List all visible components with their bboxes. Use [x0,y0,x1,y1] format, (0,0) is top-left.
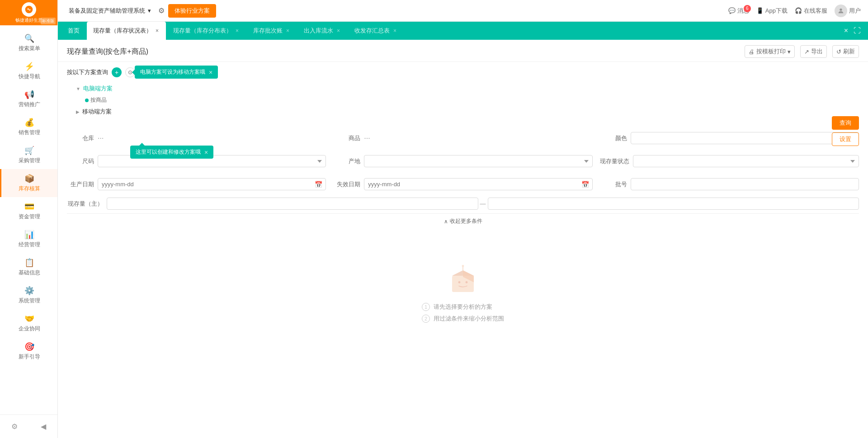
tab-fullscreen-btn[interactable]: ⛶ [852,25,863,37]
stock-status-label: 现存量状态 [600,157,629,165]
tab-home[interactable]: 首页 [61,22,86,40]
scheme-tree: ▼ 电脑端方案 按商品 ▶ 移动端方案 [67,83,859,121]
prod-date-input[interactable] [98,178,326,190]
tab-bar-end: × ⛶ [842,22,864,40]
scheme-mobile-item[interactable]: ▶ 移动端方案 [67,106,859,118]
chevron-down-icon: ▾ [788,48,791,55]
management-icon: 📊 [24,230,34,240]
industry-btn[interactable]: 体验行业方案 [168,4,216,18]
arrow-right-icon: ▶ [76,109,80,114]
active-dot-icon [85,99,89,102]
collapse-row: ∧ 收起更多条件 [67,213,859,229]
tooltip-2-close[interactable]: × [204,149,208,156]
page-header: 现存量查询(按仓库+商品) 🖨 按模板打印 ▾ ↗ 导出 ↺ 刷新 [58,40,868,62]
tab-close-icon[interactable]: × [155,27,160,35]
tip-text-1: 请先选择要分析的方案 [434,303,492,311]
collapse-sidebar-btn[interactable]: ◀ [39,420,48,433]
expire-date-input[interactable] [364,178,592,190]
tooltip-2-text: 这里可以创建和修改方案哦 [136,148,201,156]
origin-select[interactable] [364,155,592,167]
stock-status-select[interactable] [633,155,859,167]
search-icon: 🔍 [24,33,34,43]
add-scheme-btn[interactable]: + [112,67,122,77]
system-name: 装备及固定资产辅助管理系统 [69,7,145,15]
user-menu[interactable]: 用户 [835,5,861,17]
settings-bottom-btn[interactable]: ⚙ [9,420,19,433]
empty-state: 1 请先选择要分析的方案 2 用过滤条件来缩小分析范围 [58,234,868,341]
size-label: 尺码 [67,157,94,165]
stock-max-input[interactable] [488,198,859,210]
refresh-icon: ↺ [836,48,841,55]
sidebar-item-sales[interactable]: 💰 销售管理 [0,113,57,141]
origin-label: 产地 [333,157,360,165]
warehouse-dots[interactable]: ··· [98,134,104,142]
set-btn[interactable]: 设置 [832,132,859,146]
batch-input[interactable] [631,178,859,190]
goods-dots[interactable]: ··· [364,134,370,142]
tab-batch[interactable]: 库存批次账 × [247,22,297,40]
system-selector[interactable]: 装备及固定资产辅助管理系统 ▾ [65,5,155,17]
empty-illustration [445,261,481,297]
stock-range: — [107,198,859,210]
search-btn[interactable]: 查询 [832,116,859,130]
range-sep: — [480,200,486,207]
warehouse-label: 仓库 [67,134,94,142]
messages-btn[interactable]: 💬 消息 6 [728,7,749,15]
color-select[interactable] [631,132,859,144]
sidebar-item-basic[interactable]: 📋 基础信息 [0,253,57,281]
tab-close-icon[interactable]: × [285,27,290,35]
page-title: 现存量查询(按仓库+商品) [67,47,148,57]
gear-icon[interactable]: ⚙ [158,6,165,15]
sidebar-item-guide[interactable]: 🎯 新手引导 [0,337,57,365]
collab-icon: 🤝 [24,314,34,324]
chevron-down-icon: ▾ [148,7,151,14]
sidebar-item-management[interactable]: 📊 经营管理 [0,225,57,253]
sidebar-item-inventory[interactable]: 📦 库存核算 [0,169,57,197]
tab-close-icon[interactable]: × [336,27,341,35]
sidebar-item-marketing[interactable]: 📢 营销推广 [0,85,57,113]
app-download-btn[interactable]: 📱 App下载 [756,7,788,15]
sidebar-item-purchase[interactable]: 🛒 采购管理 [0,141,57,169]
basic-icon: 📋 [24,258,34,268]
tab-inventory-dist[interactable]: 现存量（库存分布表） × [167,22,246,40]
scheme-sub-1[interactable]: 按商品 [67,94,859,106]
tab-close-icon[interactable]: × [235,27,240,35]
filter-warehouse: 仓库 ··· [67,132,326,144]
tip-num-1: 1 [422,303,430,311]
filter-section: 电脑方案可设为移动方案哦 × 按以下方案查询 + ⊙ « ▼ 电脑端方案 [58,62,868,234]
scheme-tooltip-2: 这里可以创建和修改方案哦 × [130,146,213,159]
tab-close-icon[interactable]: × [392,27,397,35]
sidebar-item-search[interactable]: 🔍 搜索菜单 [0,29,57,57]
svg-point-1 [840,8,842,10]
scheme-desktop-item[interactable]: ▼ 电脑端方案 [67,83,859,94]
system-icon: ⚙️ [24,286,34,296]
tooltip-1-close[interactable]: × [209,69,212,76]
sidebar-item-collab[interactable]: 🤝 企业协同 [0,309,57,337]
tooltip-1-text: 电脑方案可设为移动方案哦 [140,68,205,76]
tab-inventory-status[interactable]: 现存量（库存状况表） × [87,22,166,40]
batch-label: 批号 [600,180,627,188]
collapse-btn[interactable]: ∧ 收起更多条件 [444,217,482,225]
tab-close-all-btn[interactable]: × [842,25,850,37]
filter-goods: 商品 ··· [333,132,592,144]
export-icon: ↗ [804,48,809,55]
export-btn[interactable]: ↗ 导出 [800,45,827,58]
filter-prod-date: 生产日期 📅 [67,178,326,190]
app-logo: 畅捷通好生意 标准版 [0,0,57,25]
refresh-btn[interactable]: ↺ 刷新 [832,45,859,58]
print-btn[interactable]: 🖨 按模板打印 ▾ [745,45,795,58]
color-label: 颜色 [600,134,627,142]
tab-summary[interactable]: 收发存汇总表 × [348,22,404,40]
sidebar-item-system[interactable]: ⚙️ 系统管理 [0,281,57,309]
sidebar-item-quicknav[interactable]: ⚡ 快捷导航 [0,57,57,85]
stock-min-input[interactable] [107,198,478,210]
expire-date-input-wrap: 📅 [364,178,592,190]
avatar [835,5,847,17]
chevron-up-icon: ∧ [444,218,448,225]
empty-tip-2: 2 用过滤条件来缩小分析范围 [422,315,504,323]
sidebar-item-finance[interactable]: 💳 资金管理 [0,197,57,225]
online-service-btn[interactable]: 🎧 在线客服 [795,7,827,15]
filter-stock-row: 现存量（主） — [67,198,859,212]
tab-flow[interactable]: 出入库流水 × [297,22,347,40]
guide-icon: 🎯 [24,342,34,352]
